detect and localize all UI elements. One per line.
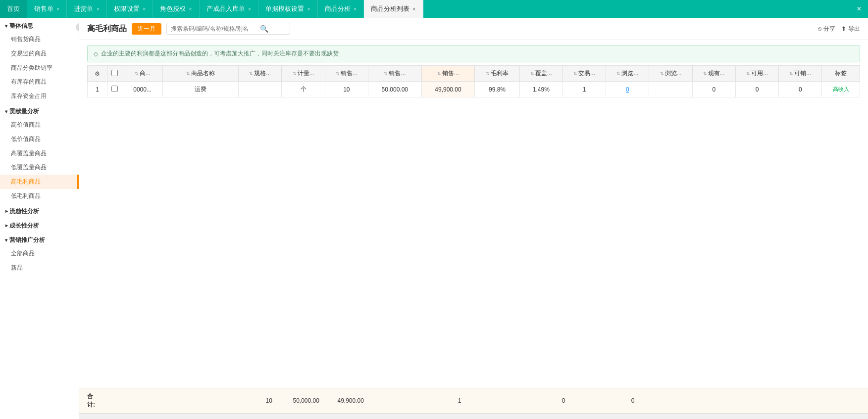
close-template-tab[interactable]: ×: [307, 6, 310, 12]
info-text: 企业的主要的利润都是这部分商品创造的，可考虑加大推广，同时关注库存是不要出现缺货: [101, 49, 339, 58]
sidebar-item-new-goods[interactable]: 新品: [0, 261, 79, 275]
nav-item-template[interactable]: 单据模板设置 ×: [258, 0, 317, 18]
close-finished-goods-tab[interactable]: ×: [248, 6, 251, 12]
col-available[interactable]: ⇅ 可用...: [735, 66, 778, 82]
arrow-down-icon-contribution: ▾: [5, 109, 7, 114]
sort-icon-transaction: ⇅: [573, 71, 577, 76]
nav-item-roles[interactable]: 角色授权 ×: [153, 0, 199, 18]
col-tag[interactable]: 标签: [822, 66, 860, 82]
export-icon: ⬆: [841, 25, 846, 32]
sort-icon-profit: ⇅: [437, 71, 441, 76]
nav-item-finished-goods[interactable]: 产成品入库单 ×: [200, 0, 258, 18]
sidebar-item-sales-goods[interactable]: 销售货商品: [0, 32, 79, 47]
main-layout: « ▾ 整体信息 销售货商品 交易过的商品 商品分类助销率 有库存的商品 库存资…: [0, 18, 868, 419]
col-transaction[interactable]: ⇅ 交易...: [562, 66, 606, 82]
footer-transaction: 1: [442, 397, 477, 404]
nav-item-sales[interactable]: 销售单 ×: [27, 0, 67, 18]
col-unit[interactable]: ⇅ 计量...: [282, 66, 325, 82]
col-sellable[interactable]: ⇅ 可销...: [779, 66, 822, 82]
sidebar-group-overall[interactable]: ▾ 整体信息: [0, 18, 79, 32]
footer-sales-qty: 10: [254, 397, 284, 404]
close-product-analysis-tab[interactable]: ×: [354, 6, 357, 12]
sort-icon-unit: ⇅: [293, 71, 297, 76]
close-roles-tab[interactable]: ×: [189, 6, 192, 12]
footer-sales-profit: 49,900.00: [328, 397, 373, 404]
sidebar-group-growth[interactable]: ▾ 成长性分析: [0, 218, 79, 232]
cell-browse2: [649, 82, 692, 97]
footer-sales-amount: 50,000.00: [284, 397, 328, 404]
close-purchase-tab[interactable]: ×: [96, 6, 99, 12]
nav-item-purchase[interactable]: 进货单 ×: [67, 0, 106, 18]
footer-current-stock: 0: [546, 397, 581, 404]
row-checkbox[interactable]: [111, 86, 118, 92]
arrow-right-icon-trend: ▾: [3, 210, 9, 213]
footer-sellable: 0: [615, 397, 650, 404]
select-all-checkbox[interactable]: [111, 70, 118, 76]
col-checkbox[interactable]: [107, 66, 122, 82]
sort-icon-sellable: ⇅: [789, 71, 793, 76]
sidebar-item-in-stock[interactable]: 有库存的商品: [0, 75, 79, 89]
col-code[interactable]: ⇅ 商...: [122, 66, 163, 82]
cell-transaction: 1: [562, 82, 606, 97]
cell-browse1[interactable]: 0: [606, 82, 649, 97]
sidebar-group-contribution[interactable]: ▾ 贡献量分析: [0, 103, 79, 118]
sort-icon-browse1: ⇅: [616, 71, 620, 76]
close-analysis-list-tab[interactable]: ×: [412, 6, 415, 12]
cell-checkbox[interactable]: [107, 82, 122, 97]
close-all-tabs-button[interactable]: ×: [850, 0, 868, 18]
info-icon: ◇: [94, 50, 98, 57]
footer-totals: 合计: 10 50,000.00 49,900.00 1 0 0: [79, 388, 868, 413]
sidebar-group-marketing[interactable]: ▾ 营销推广分析: [0, 232, 79, 246]
nav-item-home[interactable]: 首页: [0, 0, 27, 18]
close-sales-tab[interactable]: ×: [56, 6, 59, 12]
cell-tag: 高收入: [822, 82, 860, 97]
col-gross-margin[interactable]: ⇅ 毛利率: [475, 66, 519, 82]
tag-high-income: 高收入: [833, 86, 849, 92]
col-coverage[interactable]: ⇅ 覆盖...: [519, 66, 562, 82]
col-current-stock[interactable]: ⇅ 现有...: [692, 66, 735, 82]
col-spec[interactable]: ⇅ 规格...: [239, 66, 282, 82]
col-name[interactable]: ⇅ 商品名称: [163, 66, 239, 82]
share-icon: ⎋: [818, 25, 821, 32]
nav-item-product-analysis[interactable]: 商品分析 ×: [318, 0, 364, 18]
col-sales-amount[interactable]: ⇅ 销售...: [368, 66, 421, 82]
sidebar-item-stock-capital[interactable]: 库存资金占用: [0, 89, 79, 103]
cell-sales-amount: 50,000.00: [368, 82, 421, 97]
sidebar-item-traded-goods[interactable]: 交易过的商品: [0, 47, 79, 61]
cell-current-stock: 0: [692, 82, 735, 97]
cell-available: 0: [735, 82, 778, 97]
sort-icon: ⇅: [135, 71, 139, 76]
cell-sellable: 0: [779, 82, 822, 97]
sidebar-item-high-margin[interactable]: 高毛利商品: [0, 175, 79, 189]
data-table-wrapper: ⚙ ⇅ 商... ⇅: [79, 65, 868, 388]
page-title: 高毛利商品: [87, 24, 127, 34]
col-browse1[interactable]: ⇅ 浏览...: [606, 66, 649, 82]
sidebar-item-high-value[interactable]: 高价值商品: [0, 118, 79, 132]
col-sales-qty[interactable]: ⇅ 销售...: [325, 66, 368, 82]
sidebar-item-high-coverage[interactable]: 高覆盖量商品: [0, 146, 79, 161]
sort-icon-available: ⇅: [746, 71, 750, 76]
horizontal-scrollbar[interactable]: [79, 413, 868, 419]
sidebar-item-low-coverage[interactable]: 低覆盖量商品: [0, 160, 79, 175]
sidebar-item-low-value[interactable]: 低价值商品: [0, 132, 79, 146]
sort-icon-qty: ⇅: [336, 71, 340, 76]
col-browse2[interactable]: ⇅ 浏览...: [649, 66, 692, 82]
search-input[interactable]: [171, 25, 260, 32]
content-area: 高毛利商品 近一月 🔍 ⎋ 分享 ⬆ 导出 ◇ 企业的主要的利润都是这部分商品创…: [79, 18, 868, 419]
filter-recent-month-button[interactable]: 近一月: [132, 23, 161, 35]
sidebar-item-low-margin[interactable]: 低毛利商品: [0, 189, 79, 203]
export-button[interactable]: ⬆ 导出: [841, 25, 860, 33]
search-icon[interactable]: 🔍: [260, 25, 268, 33]
close-permissions-tab[interactable]: ×: [143, 6, 146, 12]
col-sales-profit[interactable]: ⇅ 销售...: [421, 66, 475, 82]
sidebar-item-all-goods[interactable]: 全部商品: [0, 246, 79, 261]
sidebar-item-category-rate[interactable]: 商品分类助销率: [0, 61, 79, 75]
nav-item-permissions[interactable]: 权限设置 ×: [107, 0, 153, 18]
sidebar-group-trend[interactable]: ▾ 流趋性分析: [0, 203, 79, 218]
nav-item-analysis-list[interactable]: 商品分析列表 ×: [364, 0, 423, 18]
sidebar: « ▾ 整体信息 销售货商品 交易过的商品 商品分类助销率 有库存的商品 库存资…: [0, 18, 79, 419]
share-button[interactable]: ⎋ 分享: [818, 25, 835, 33]
table-row: 1 0000... 运费 个 10 50,000.00 49,900.00 99…: [88, 82, 860, 97]
cell-name: 运费: [163, 82, 239, 97]
settings-icon[interactable]: ⚙: [95, 70, 100, 77]
